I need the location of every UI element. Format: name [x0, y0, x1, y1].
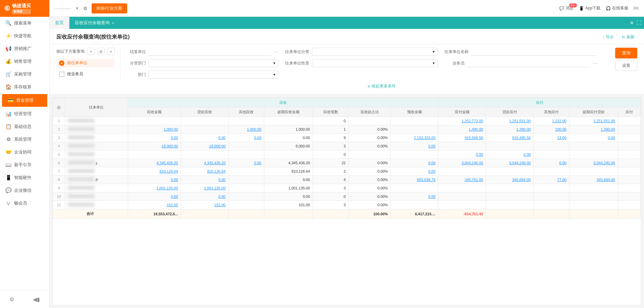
row-qt-ys[interactable]: 0.00	[228, 134, 264, 142]
row-yingfu-je[interactable]	[438, 184, 486, 192]
row-dk-yf[interactable]	[486, 201, 534, 209]
sidebar-item-vip[interactable]: V 畅会员	[0, 197, 49, 210]
row-yingshou-je[interactable]: 4,345,436.20	[128, 159, 181, 167]
settings-bottom-icon[interactable]: ⚙	[7, 294, 17, 305]
row-qt-yf[interactable]	[534, 184, 570, 192]
row-yushou-ye[interactable]: 0.00	[391, 142, 438, 150]
row-qt-yf[interactable]: 1,222.00	[534, 117, 570, 125]
row-dk-yf[interactable]	[486, 184, 534, 192]
row-yushou-ye[interactable]	[391, 184, 438, 192]
filter-settings-icon[interactable]: ◎	[97, 48, 105, 55]
row-yingshou-je[interactable]: 0.00	[128, 192, 181, 201]
row-dk-ys[interactable]	[181, 125, 228, 134]
row-yushou-ye[interactable]: 0.00	[391, 159, 438, 167]
row-dk-yf[interactable]: 3,044,240.00	[486, 159, 534, 167]
row-yingfu-je[interactable]: 915,508.56	[438, 134, 486, 142]
row-yingfu-je[interactable]: 1,490.00	[438, 125, 486, 134]
filter-collapse-left-icon[interactable]: «	[107, 48, 115, 55]
row-dk-ys[interactable]: 0.00	[181, 192, 228, 201]
sidebar-item-inventory[interactable]: 🏠 库存核算	[0, 81, 49, 93]
row-dk-yf[interactable]	[486, 142, 534, 150]
row-qt-ys[interactable]: 1,000.00	[228, 125, 264, 134]
row-yingfu-je[interactable]	[438, 167, 486, 176]
row-cq-yf[interactable]	[569, 184, 618, 192]
sidebar-item-hardware[interactable]: 📱 智能硬件	[0, 171, 49, 184]
sidebar-item-system[interactable]: ⚙ 系统管理	[0, 133, 49, 146]
row-qt-yf[interactable]	[534, 142, 570, 150]
row-dk-ys[interactable]	[181, 150, 228, 159]
row-qt-yf[interactable]: 13.00	[534, 134, 570, 142]
table-settings-icon[interactable]: ⚙	[57, 105, 61, 110]
row-yingfu-je[interactable]: 3,044,240.00	[438, 159, 486, 167]
row-cq-yf[interactable]	[569, 201, 618, 209]
row-cq-yf[interactable]	[569, 150, 618, 159]
collapse-icon[interactable]: ◀▮	[30, 294, 43, 305]
row-yushou-ye[interactable]: 0.00	[391, 167, 438, 176]
row-cq-yf[interactable]: 0.00	[569, 134, 618, 142]
promo-button[interactable]: 体验行业方案	[92, 3, 127, 13]
distribution-dept-select[interactable]: ▾	[149, 59, 278, 67]
refresh-button[interactable]: ↻ 刷新	[619, 33, 637, 41]
export-button[interactable]: ↑ 导出	[600, 33, 616, 41]
row-dk-ys[interactable]: 0.00	[181, 134, 228, 142]
row-cq-yf[interactable]: 345,684.00	[569, 176, 618, 184]
row-yingshou-je[interactable]: 152.00	[128, 201, 181, 209]
row-dk-yf[interactable]: 915,495.56	[486, 134, 534, 142]
row-yushou-ye[interactable]	[391, 150, 438, 159]
row-cq-yf[interactable]	[569, 142, 618, 150]
row-yingshou-je[interactable]	[128, 150, 181, 159]
row-yingshou-je[interactable]: 0.00	[128, 176, 181, 184]
row-yingshou-je[interactable]: 0.00	[128, 134, 181, 142]
row-qt-ys[interactable]	[228, 176, 264, 184]
row-qt-yf[interactable]	[534, 167, 570, 176]
row-qt-ys[interactable]	[228, 150, 264, 159]
row-yingfu-je[interactable]	[438, 201, 486, 209]
sidebar-item-cooperation[interactable]: 🤝 企业协同	[0, 146, 49, 159]
sidebar-item-purchase[interactable]: 🛒 采购管理	[0, 68, 49, 81]
row-yingshou-je[interactable]: 1,000.00	[128, 125, 181, 134]
unit-name-input[interactable]	[471, 48, 597, 56]
sidebar-item-management[interactable]: 📊 经营管理	[0, 107, 49, 120]
jiesuan-unit-input[interactable]	[149, 48, 272, 56]
row-yingfu-je[interactable]	[438, 192, 486, 201]
row-dk-ys[interactable]: 1,001,135.00	[181, 184, 228, 192]
row-qt-yf[interactable]: 77.00	[534, 176, 570, 184]
dept-select[interactable]: ▾	[149, 71, 278, 79]
unit-category-select[interactable]: ▾	[312, 48, 438, 56]
chevron-down-icon[interactable]: ▼	[75, 6, 79, 11]
row-dk-yf[interactable]: 345,684.00	[486, 176, 534, 184]
row-dk-yf[interactable]	[486, 167, 534, 176]
row-yushou-ye[interactable]	[391, 117, 438, 125]
tab-close-window-icon[interactable]: ✕	[630, 20, 634, 26]
row-yingfu-je[interactable]: 1,252,773.00	[438, 117, 486, 125]
row-qt-yf[interactable]: 100.00	[534, 125, 570, 134]
row-yingshou-je[interactable]: 1,001,135.00	[128, 184, 181, 192]
row-qt-yf[interactable]: 0.00	[534, 159, 570, 167]
row-yushou-ye[interactable]	[391, 125, 438, 134]
row-qt-ys[interactable]	[228, 192, 264, 201]
sidebar-item-quick-nav[interactable]: ⚡ 快捷导航	[0, 30, 49, 42]
query-button[interactable]: 查询	[615, 48, 637, 58]
row-yushou-ye[interactable]: 655,636.75	[391, 176, 438, 184]
salesperson-input[interactable]	[467, 59, 590, 67]
row-yingshou-je[interactable]: 18,000.00	[128, 142, 181, 150]
row-qt-ys[interactable]	[228, 117, 264, 125]
row-qt-yf[interactable]	[534, 150, 570, 159]
row-dk-ys[interactable]: 0.00	[181, 176, 228, 184]
row-dk-yf[interactable]: 1,390.00	[486, 125, 534, 134]
col-settings[interactable]: ⚙	[53, 98, 65, 117]
filter-collapse-button[interactable]: ∧ 收起更多条件	[126, 81, 637, 91]
sidebar-item-finance[interactable]: 💳 资金管理	[2, 94, 47, 107]
sidebar-item-wechat[interactable]: 💬 企业微信	[0, 184, 49, 197]
tab-expand-icon[interactable]: ⛶	[637, 20, 641, 26]
sidebar-item-search[interactable]: 🔍 搜索菜单	[0, 17, 49, 30]
row-yingshou-je[interactable]: 810,126.64	[128, 167, 181, 176]
row-qt-ys[interactable]	[228, 201, 264, 209]
row-dk-yf[interactable]: 1,251,551.00	[486, 117, 534, 125]
row-dk-yf[interactable]	[486, 192, 534, 201]
message-button[interactable]: 💬 消息 99+	[559, 5, 574, 11]
tab-home[interactable]: 首页	[50, 17, 69, 29]
row-qt-ys[interactable]	[228, 142, 264, 150]
row-dk-ys[interactable]: 152.00	[181, 201, 228, 209]
row-yushou-ye[interactable]	[391, 201, 438, 209]
